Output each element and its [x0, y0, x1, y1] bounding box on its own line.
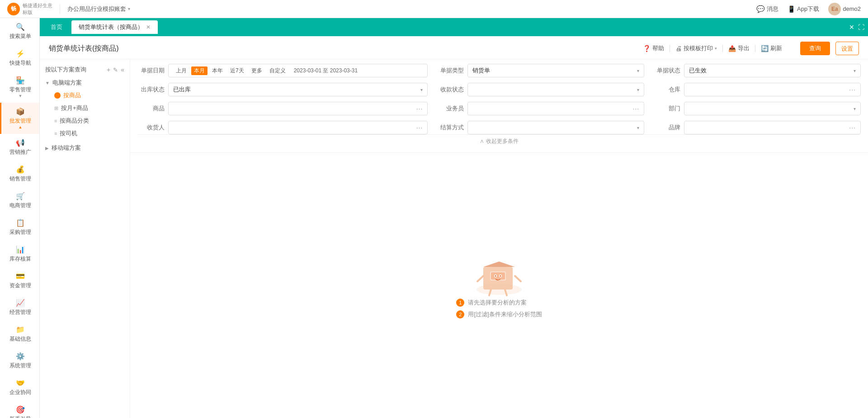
- sidebar-item-operations[interactable]: 📈 经营管理: [0, 294, 39, 321]
- panel-add-btn[interactable]: +: [107, 66, 110, 73]
- date-shortcut-more[interactable]: 更多: [249, 66, 265, 75]
- sidebar-item-label: 零售管理: [9, 86, 31, 94]
- category-icon: ≡: [54, 118, 57, 124]
- logo-area: 畅 畅捷通好生意标版: [7, 2, 52, 15]
- sidebar-item-retail[interactable]: 🏪 零售管理 ▼: [0, 71, 39, 103]
- filter-brand-item: 品牌 ···: [653, 121, 861, 134]
- main-layout: 🔍 搜索菜单 ⚡ 快捷导航 🏪 零售管理 ▼ 📦 批发管理 ▲ 📢 营销推广 💰…: [0, 18, 868, 418]
- panel-collapse-btn[interactable]: «: [121, 66, 124, 73]
- sidebar-item-sales[interactable]: 💰 销售管理: [0, 161, 39, 187]
- sidebar-item-ecom[interactable]: 🛒 电商管理: [0, 187, 39, 214]
- message-btn[interactable]: 💬 消息: [756, 5, 778, 13]
- sidebar-item-marketing[interactable]: 📢 营销推广: [0, 134, 39, 161]
- search-nav-icon: 🔍: [16, 23, 25, 31]
- base-icon: 📁: [16, 325, 25, 334]
- sidebar-item-enterprise[interactable]: 🤝 企业协同: [0, 374, 39, 401]
- operations-icon: 📈: [16, 299, 25, 307]
- empty-illustration: [472, 249, 526, 299]
- settings-button[interactable]: 设置: [835, 42, 859, 55]
- svg-point-8: [500, 276, 501, 277]
- filter-date-item: 单据日期 上月 本月 本年 近7天 更多 自定义: [137, 64, 428, 77]
- sidebar-item-system[interactable]: ⚙️ 系统管理: [0, 347, 39, 374]
- doc-status-control[interactable]: 已生效 ▾: [684, 64, 861, 77]
- tree-item-by-category[interactable]: ≡ 按商品分类: [40, 114, 130, 127]
- date-shortcut-this-month[interactable]: 本月: [191, 66, 208, 75]
- recv-status-arrow-icon: ▾: [637, 87, 639, 92]
- tree-section-pc[interactable]: ▼ 电脑端方案: [40, 76, 130, 89]
- recv-status-label: 收款状态: [437, 86, 464, 94]
- avatar: Ea: [828, 3, 841, 15]
- payment-control[interactable]: ▾: [467, 121, 644, 134]
- tab-close-btn[interactable]: ✕: [146, 24, 151, 30]
- industry-selector[interactable]: 办公用品行业模拟账套 ▾: [67, 5, 130, 13]
- recv-status-control[interactable]: ▾: [467, 83, 644, 96]
- tree-item-by-month-goods[interactable]: ⊞ 按月+商品: [40, 102, 130, 114]
- collapse-filters-btn[interactable]: ∧ 收起更多条件: [137, 134, 861, 148]
- sidebar-item-guide[interactable]: 🎯 新手引导: [0, 401, 39, 418]
- query-button[interactable]: 查询: [800, 42, 830, 55]
- sidebar-item-purchase[interactable]: 📋 采购管理: [0, 214, 39, 241]
- guide-icon: 🎯: [16, 405, 25, 414]
- recipient-label: 收货人: [137, 124, 165, 132]
- tree-item-by-cashier[interactable]: ≡ 按司机: [40, 127, 130, 140]
- left-panel: 按以下方案查询 + ✎ « ▼ 电脑端方案 按商品: [40, 59, 130, 418]
- divider-1: [670, 45, 670, 52]
- out-status-control[interactable]: 已出库 ▾: [168, 83, 428, 96]
- dept-control[interactable]: ▾: [684, 102, 861, 115]
- tab-home[interactable]: 首页: [43, 20, 70, 34]
- close-window-icon[interactable]: ✕: [849, 24, 854, 31]
- page-header: 销货单统计表(按商品) ❓ 帮助 🖨 按模板打印 ▾ 📤: [40, 36, 868, 59]
- filter-doc-type-item: 单据类型 销货单 ▾: [437, 64, 644, 77]
- tree-item-by-goods[interactable]: 按商品: [40, 89, 130, 102]
- brand-dots-icon: ···: [849, 124, 856, 131]
- sidebar-item-search[interactable]: 🔍 搜索菜单: [0, 18, 39, 45]
- quick-nav-icon: ⚡: [16, 49, 25, 58]
- goods-control[interactable]: ···: [168, 102, 428, 115]
- print-arrow-icon: ▾: [715, 46, 717, 51]
- help-icon: ❓: [643, 45, 651, 52]
- refresh-btn[interactable]: 🔄 刷新: [761, 44, 782, 52]
- user-menu[interactable]: Ea demo2: [828, 3, 861, 15]
- sidebar-item-label: 销售管理: [9, 175, 31, 183]
- filter-doc-status-item: 单据状态 已生效 ▾: [653, 64, 861, 77]
- sidebar-item-base[interactable]: 📁 基础信息: [0, 321, 39, 347]
- panel-edit-btn[interactable]: ✎: [113, 66, 118, 73]
- print-btn[interactable]: 🖨 按模板打印 ▾: [675, 44, 717, 52]
- brand-control[interactable]: ···: [684, 121, 861, 134]
- goods-label: 商品: [137, 104, 165, 113]
- doc-type-arrow-icon: ▾: [637, 68, 639, 73]
- tree-section-mobile[interactable]: ▶ 移动端方案: [40, 142, 130, 154]
- date-shortcut-this-year[interactable]: 本年: [209, 66, 226, 75]
- date-shortcut-7days[interactable]: 近7天: [227, 66, 247, 75]
- filter-salesperson-item: 业务员 ···: [437, 102, 644, 115]
- help-btn[interactable]: ❓ 帮助: [643, 44, 664, 52]
- enterprise-icon: 🤝: [16, 379, 25, 387]
- doc-type-label: 单据类型: [437, 66, 464, 75]
- svg-line-10: [515, 276, 521, 281]
- recipient-control[interactable]: ···: [168, 121, 428, 134]
- dept-label: 部门: [653, 104, 680, 113]
- app-download-btn[interactable]: 📱 App下载: [788, 5, 819, 13]
- warehouse-control[interactable]: ···: [684, 83, 861, 96]
- sidebar-item-inventory[interactable]: 📊 库存核算: [0, 241, 39, 267]
- sidebar-item-label: 系统管理: [9, 362, 31, 370]
- sidebar-item-wholesale[interactable]: 📦 批发管理 ▲: [0, 103, 39, 134]
- panel-title: 按以下方案查询: [45, 66, 86, 74]
- header-right: 💬 消息 📱 App下载 Ea demo2: [756, 3, 861, 15]
- date-shortcut-custom[interactable]: 自定义: [267, 66, 288, 75]
- sidebar-item-finance[interactable]: 💳 资金管理: [0, 267, 39, 294]
- date-shortcuts: 上月 本月 本年 近7天 更多 自定义: [173, 66, 288, 75]
- sidebar-item-quick-nav[interactable]: ⚡ 快捷导航: [0, 45, 39, 71]
- maximize-window-icon[interactable]: ⛶: [858, 24, 864, 31]
- divider-2: [722, 45, 723, 52]
- date-control[interactable]: 上月 本月 本年 近7天 更多 自定义 2023-03-01 至 2023-03…: [168, 64, 428, 77]
- salesperson-control[interactable]: ···: [467, 102, 644, 115]
- tab-sales-stat[interactable]: 销货单统计表（按商品） ✕: [71, 20, 158, 34]
- doc-type-control[interactable]: 销货单 ▾: [467, 64, 644, 77]
- finance-icon: 💳: [16, 272, 25, 280]
- svg-point-7: [495, 276, 496, 277]
- filter-panel: 单据日期 上月 本月 本年 近7天 更多 自定义: [130, 59, 868, 153]
- export-btn[interactable]: 📤 导出: [728, 44, 750, 52]
- date-shortcut-last-month[interactable]: 上月: [173, 66, 189, 75]
- sidebar-item-label: 搜索菜单: [9, 33, 31, 40]
